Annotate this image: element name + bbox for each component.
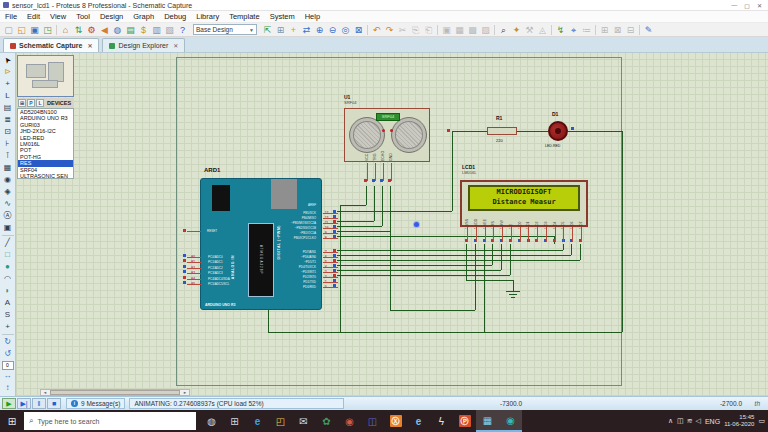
device-pins-mode-icon[interactable]: ⊺ xyxy=(2,150,14,162)
notification-icon[interactable]: ▭ xyxy=(758,417,765,425)
menu-view[interactable]: View xyxy=(45,11,71,23)
audio-tool-icon[interactable]: ◀ xyxy=(98,24,111,36)
media-app-icon[interactable]: ◉ xyxy=(499,410,522,432)
hidden-icons-chevron[interactable]: ∧ xyxy=(668,417,673,425)
maximize-button[interactable]: ▢ xyxy=(744,2,750,9)
schematic-canvas[interactable]: U1 SRF04 ARD1 LCD1 LM016L R1 220 D1 LED-… xyxy=(16,53,768,396)
rotation-angle-field[interactable] xyxy=(2,361,14,370)
design-selector[interactable]: Base Design ▼ xyxy=(193,24,257,35)
ultrasonic-sensor[interactable]: SRF04 VCCTRGECHOGND xyxy=(344,108,430,162)
buses-mode-icon[interactable]: ≣ xyxy=(2,114,14,126)
onedrive-icon[interactable]: ◫ xyxy=(677,417,684,425)
voltage-probe-mode-icon[interactable]: ∿ xyxy=(2,198,14,210)
tab-design-explorer[interactable]: Design Explorer✕ xyxy=(102,38,185,52)
path-2d-icon[interactable]: ◗ xyxy=(2,285,14,297)
pause-button[interactable]: ‖ xyxy=(32,398,46,409)
toggle-icon[interactable]: ⊞ xyxy=(18,99,26,107)
circle-2d-icon[interactable]: ● xyxy=(2,261,14,273)
current-probe-mode-icon[interactable]: Ⓐ xyxy=(2,210,14,222)
led[interactable] xyxy=(548,121,568,141)
step-button[interactable]: ▶| xyxy=(17,398,31,409)
subcircuit-mode-icon[interactable]: ⊡ xyxy=(2,126,14,138)
menu-tool[interactable]: Tool xyxy=(71,11,95,23)
taskbar-search[interactable]: ⌕ Type here to search xyxy=(24,412,196,430)
box-2d-icon[interactable]: □ xyxy=(2,249,14,261)
menu-graph[interactable]: Graph xyxy=(128,11,159,23)
symbol-2d-icon[interactable]: S xyxy=(2,309,14,321)
help-icon[interactable]: ? xyxy=(176,24,189,36)
component-mode-icon[interactable]: ⊳ xyxy=(2,66,14,78)
schematic-home-icon[interactable]: ⇱ xyxy=(261,24,274,36)
origin-icon[interactable]: + xyxy=(287,24,300,36)
teams-icon[interactable]: ◫ xyxy=(361,410,384,432)
horizontal-scrollbar[interactable]: ◄ ► xyxy=(40,389,190,396)
search-and-tag-icon[interactable]: ⌖ xyxy=(567,24,580,36)
text-2d-icon[interactable]: A xyxy=(2,297,14,309)
arc-2d-icon[interactable]: ◠ xyxy=(2,273,14,285)
redo-icon[interactable]: ↷ xyxy=(383,24,396,36)
lcd-module[interactable]: MICRODIGISOFT Distance Measur VSS1VDD2VE… xyxy=(460,180,588,227)
scrollbar-thumb[interactable] xyxy=(50,390,180,395)
tab-close-icon[interactable]: ✕ xyxy=(173,42,178,49)
save-design-icon[interactable]: ▣ xyxy=(28,24,41,36)
pick-devices-button[interactable]: P xyxy=(27,99,35,107)
file-explorer-icon[interactable]: ◰ xyxy=(269,410,292,432)
new-project-icon[interactable]: ⇅ xyxy=(72,24,85,36)
menu-design[interactable]: Design xyxy=(95,11,128,23)
language-indicator[interactable]: ENG xyxy=(705,418,720,425)
line-2d-icon[interactable]: ╱ xyxy=(2,237,14,249)
chrome-icon[interactable]: ◉ xyxy=(338,410,361,432)
pick-parts-icon[interactable]: ⌕ xyxy=(497,24,510,36)
network-icon[interactable]: ≋ xyxy=(687,417,693,425)
menu-file[interactable]: File xyxy=(0,11,22,23)
overview-preview[interactable] xyxy=(17,55,74,97)
generator-mode-icon[interactable]: ◈ xyxy=(2,186,14,198)
mirror-vertical-icon[interactable]: ↕ xyxy=(2,382,14,394)
volume-icon[interactable]: ◁ xyxy=(696,417,701,425)
minimize-button[interactable]: — xyxy=(731,2,737,9)
text-script-mode-icon[interactable]: ▤ xyxy=(2,102,14,114)
edge-icon[interactable]: e xyxy=(246,410,269,432)
undo-icon[interactable]: ↶ xyxy=(370,24,383,36)
device-item[interactable]: ULTRASONIC SEN xyxy=(18,173,73,179)
mail-icon[interactable]: ✉ xyxy=(292,410,315,432)
toggle-grid-icon[interactable]: ⊞ xyxy=(274,24,287,36)
mirror-horizontal-icon[interactable]: ↔ xyxy=(2,370,14,382)
bill-of-materials-icon[interactable]: $ xyxy=(137,24,150,36)
pan-icon[interactable]: ⇄ xyxy=(300,24,313,36)
device-item[interactable]: ARDUINO UNO R3 xyxy=(18,115,73,121)
new-design-icon[interactable]: ▢ xyxy=(2,24,15,36)
arduino-board[interactable]: ATMEGA328P ANALOG IN DIGITAL (~PWM) ARDU… xyxy=(200,178,322,310)
junction-dot-mode-icon[interactable]: + xyxy=(2,78,14,90)
menu-help[interactable]: Help xyxy=(300,11,325,23)
graph-mode-icon[interactable]: ▦ xyxy=(2,162,14,174)
play-button[interactable]: ▶ xyxy=(2,398,16,409)
scroll-right-icon[interactable]: ► xyxy=(181,390,189,395)
new-page-icon[interactable]: ▧ xyxy=(163,24,176,36)
make-device-icon[interactable]: ✦ xyxy=(510,24,523,36)
scroll-left-icon[interactable]: ◄ xyxy=(41,390,49,395)
system-settings-icon[interactable]: ⚙ xyxy=(85,24,98,36)
zoom-in-icon[interactable]: ⊕ xyxy=(313,24,326,36)
virtual-instruments-mode-icon[interactable]: ▣ xyxy=(2,222,14,234)
zoom-area-icon[interactable]: ⊠ xyxy=(352,24,365,36)
design-notes-icon[interactable]: ▥ xyxy=(150,24,163,36)
tab-schematic-capture[interactable]: Schematic Capture✕ xyxy=(3,38,99,52)
home-page-icon[interactable]: ⌂ xyxy=(59,24,72,36)
menu-system[interactable]: System xyxy=(265,11,300,23)
cortana-icon[interactable]: ◍ xyxy=(200,410,223,432)
xampp-icon[interactable]: Ⓧ xyxy=(384,410,407,432)
task-view-icon[interactable]: ⊞ xyxy=(223,410,246,432)
rotate-anticlockwise-icon[interactable]: ↺ xyxy=(2,348,14,360)
tab-close-icon[interactable]: ✕ xyxy=(87,42,92,49)
terminals-mode-icon[interactable]: ⊦ xyxy=(2,138,14,150)
wire-autorouter-icon[interactable]: ↯ xyxy=(554,24,567,36)
close-button[interactable]: ✕ xyxy=(757,2,762,9)
resistor[interactable] xyxy=(487,127,517,135)
internet-explorer-icon[interactable]: e xyxy=(407,410,430,432)
photos-icon[interactable]: ✿ xyxy=(315,410,338,432)
stop-button[interactable]: ■ xyxy=(47,398,61,409)
help-contents-icon[interactable]: ▤ xyxy=(124,24,137,36)
taskbar-clock[interactable]: 15:45 11-06-2020 xyxy=(724,414,754,428)
library-manager-button[interactable]: L xyxy=(36,99,44,107)
